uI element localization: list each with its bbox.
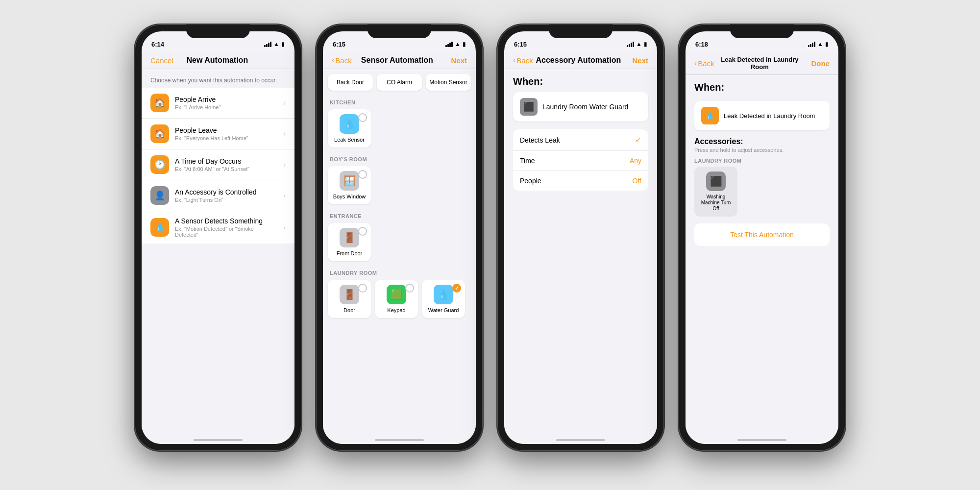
people-value: Off [633, 177, 641, 185]
kitchen-grid: 💧 Leak Sensor [323, 107, 476, 152]
laundry-door-icon: 🚪 [340, 285, 359, 304]
list-item[interactable]: 🚪 Front Door [328, 223, 371, 261]
front-door-name: Front Door [337, 250, 363, 256]
list-item[interactable]: 🕐 A Time of Day Occurs Ex. "At 8:00 AM" … [142, 149, 294, 180]
radio-water-guard[interactable] [452, 284, 461, 293]
test-btn-text: Test This Automation [730, 231, 794, 239]
radio-boys-window[interactable] [358, 170, 367, 179]
people-leave-subtitle: Ex. "Everyone Has Left Home" [175, 135, 277, 141]
next-button-2[interactable]: Next [442, 56, 467, 65]
people-item[interactable]: People Off [513, 171, 648, 191]
home-bar-3 [556, 439, 605, 441]
keypad-icon: 🟩 [387, 285, 406, 304]
radio-kitchen-leak[interactable] [358, 113, 367, 122]
back-label-2: Back [335, 56, 351, 65]
sensor-subtitle: Ex. "Motion Detected" or "Smoke Detected… [175, 226, 277, 238]
nav-title-4: Leak Detected in Laundry Room [714, 56, 805, 71]
phone-frame-3: 6:15 ▲ ▮ ‹ Back Accessory Automation Nex… [497, 24, 664, 451]
wifi-icon-2: ▲ [455, 41, 461, 48]
time-text: A Time of Day Occurs Ex. "At 8:00 AM" or… [175, 157, 277, 172]
time-value: Any [630, 157, 641, 165]
front-door-icon: 🚪 [340, 228, 359, 247]
people-arrive-icon: 🏠 [150, 94, 169, 112]
list-item[interactable]: 🏠 People Leave Ex. "Everyone Has Left Ho… [142, 119, 294, 149]
washing-machine-icon: ⬛ [706, 172, 726, 191]
when-section-3: When: ⬛ Laundry Room Water Guard [504, 69, 657, 124]
screen-content-4: When: 💧 Leak Detected in Laundry Room Ac… [686, 75, 838, 432]
back-chevron-icon-4: ‹ [694, 59, 697, 68]
detects-leak-label: Detects Leak [520, 136, 560, 144]
list-item[interactable]: 🚪 Door [328, 280, 371, 318]
accessories-section: Accessories: Press and hold to adjust ac… [686, 130, 838, 217]
back-button-2[interactable]: ‹ Back [332, 56, 352, 65]
detects-leak-item[interactable]: Detects Leak ✓ [513, 129, 648, 151]
accessories-title: Accessories: [694, 137, 830, 146]
radio-laundry-door[interactable] [358, 284, 367, 293]
status-time-1: 6:14 [151, 41, 164, 48]
accessory-card-3: ⬛ Laundry Room Water Guard [513, 92, 648, 122]
test-automation-button[interactable]: Test This Automation [694, 223, 830, 246]
list-item[interactable]: 💧 Water Guard [422, 280, 465, 318]
back-door-btn[interactable]: Back Door [328, 74, 373, 91]
time-title: A Time of Day Occurs [175, 157, 277, 165]
automation-list: 🏠 People Arrive Ex. "I Arrive Home" › 🏠 … [142, 88, 294, 244]
when-item-text: Leak Detected in Laundry Room [724, 112, 815, 120]
time-label: Time [520, 157, 535, 165]
back-label-4: Back [698, 59, 714, 68]
phone-1: 6:14 ▲ ▮ Cancel New Automation Choose wh… [135, 24, 301, 466]
kitchen-header: KITCHEN [323, 96, 476, 107]
list-item[interactable]: 🏠 People Arrive Ex. "I Arrive Home" › [142, 88, 294, 119]
when-section-4: When: [686, 75, 838, 101]
accessory-subtitle: Ex. "Light Turns On" [175, 197, 277, 203]
leak-sensor-icon: 💧 [340, 114, 359, 134]
entrance-header: ENTRANCE [323, 209, 476, 221]
list-item[interactable]: 🪟 Boys Window [328, 166, 371, 204]
nav-title-3: Accessory Automation [533, 56, 624, 65]
list-item[interactable]: 💧 Leak Sensor [328, 109, 371, 147]
water-guard-icon: 💧 [434, 285, 453, 304]
boys-window-icon: 🪟 [340, 171, 359, 191]
phone-frame-1: 6:14 ▲ ▮ Cancel New Automation Choose wh… [135, 24, 301, 451]
home-indicator-4 [686, 432, 838, 444]
boys-window-name: Boys Window [333, 194, 366, 199]
sensor-top-row: Back Door CO Alarm Motion Sensor [323, 69, 476, 96]
co-alarm-btn[interactable]: CO Alarm [377, 74, 422, 91]
list-item[interactable]: 🟩 Keypad [375, 280, 418, 318]
water-guard-name: Water Guard [428, 307, 459, 313]
screen-content-2: Back Door CO Alarm Motion Sensor KITCHEN… [323, 69, 476, 432]
washing-machine-name: Washing Machine Turn Off [698, 194, 734, 212]
list-item[interactable]: 👤 An Accessory is Controlled Ex. "Light … [142, 180, 294, 211]
phone-frame-4: 6:18 ▲ ▮ ‹ Back Leak Detected in Laundry… [679, 24, 845, 451]
back-chevron-icon-3: ‹ [513, 56, 515, 65]
motion-sensor-btn[interactable]: Motion Sensor [426, 74, 471, 91]
cancel-button-1[interactable]: Cancel [150, 56, 173, 65]
screen-3: 6:15 ▲ ▮ ‹ Back Accessory Automation Nex… [504, 31, 657, 444]
list-item: ⬛ Washing Machine Turn Off [694, 167, 737, 217]
notch-4 [730, 24, 794, 38]
sensor-icon: 💧 [150, 218, 169, 237]
done-button-4[interactable]: Done [805, 59, 830, 68]
accessory-icon: 👤 [150, 186, 169, 205]
radio-keypad[interactable] [405, 284, 414, 293]
battery-icon-1: ▮ [281, 41, 285, 48]
time-icon: 🕐 [150, 155, 169, 174]
next-button-3[interactable]: Next [624, 56, 648, 65]
signal-icon-4 [808, 42, 815, 47]
status-icons-1: ▲ ▮ [264, 41, 285, 48]
phone-frame-2: 6:15 ▲ ▮ ‹ Back Sensor Automation Next [316, 24, 483, 451]
list-item[interactable]: 💧 A Sensor Detects Something Ex. "Motion… [142, 211, 294, 244]
home-bar-2 [375, 439, 424, 441]
back-chevron-icon-2: ‹ [332, 56, 334, 65]
back-button-3[interactable]: ‹ Back [513, 56, 533, 65]
back-button-4[interactable]: ‹ Back [694, 59, 714, 68]
nav-bar-3: ‹ Back Accessory Automation Next [504, 53, 657, 69]
chevron-icon: › [283, 161, 286, 169]
nav-title-1: New Automation [173, 56, 261, 65]
people-label: People [520, 177, 541, 185]
radio-front-door[interactable] [358, 227, 367, 236]
time-item[interactable]: Time Any [513, 151, 648, 171]
sensor-title: A Sensor Detects Something [175, 217, 277, 225]
notch-2 [368, 24, 431, 38]
status-time-3: 6:15 [514, 41, 527, 48]
accessories-hint: Press and hold to adjust accessories. [694, 147, 830, 153]
